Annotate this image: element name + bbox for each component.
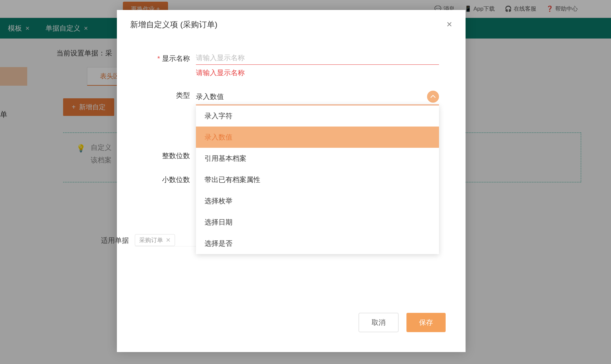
tag-remove-icon[interactable]: ✕ [166, 236, 171, 244]
display-name-label: *显示名称 [143, 52, 190, 63]
type-option-number[interactable]: 录入数值 [196, 127, 439, 148]
type-option-enum[interactable]: 选择枚举 [196, 190, 439, 212]
modal-close-button[interactable]: ✕ [446, 20, 452, 29]
decimal-digits-label: 小数位数 [143, 174, 190, 184]
type-option-bool[interactable]: 选择是否 [196, 233, 439, 254]
type-select[interactable]: 录入数值 [196, 89, 439, 106]
save-button[interactable]: 保存 [406, 313, 446, 332]
type-option-ref-archive[interactable]: 引用基本档案 [196, 148, 439, 169]
type-option-existing-attr[interactable]: 带出已有档案属性 [196, 169, 439, 190]
type-option-text[interactable]: 录入字符 [196, 105, 439, 127]
display-name-input[interactable] [196, 52, 439, 65]
type-option-date[interactable]: 选择日期 [196, 212, 439, 233]
type-select-value: 录入数值 [196, 92, 224, 101]
chevron-up-icon [427, 91, 439, 103]
type-dropdown: 录入字符 录入数值 引用基本档案 带出已有档案属性 选择枚举 选择日期 选择是否 [196, 105, 439, 254]
applicable-tag-label: 采购订单 [139, 236, 163, 244]
applicable-tag[interactable]: 采购订单 ✕ [135, 234, 175, 246]
integer-digits-label: 整数位数 [143, 150, 190, 160]
modal-title: 新增自定义项 (采购订单) [130, 19, 218, 30]
display-name-error: 请输入显示名称 [196, 68, 439, 77]
cancel-button[interactable]: 取消 [359, 313, 398, 332]
type-label: 类型 [143, 89, 190, 100]
add-custom-item-modal: 新增自定义项 (采购订单) ✕ *显示名称 请输入显示名称 类型 录入数值 [117, 10, 466, 352]
applicable-label: 适用单据 [101, 236, 129, 245]
